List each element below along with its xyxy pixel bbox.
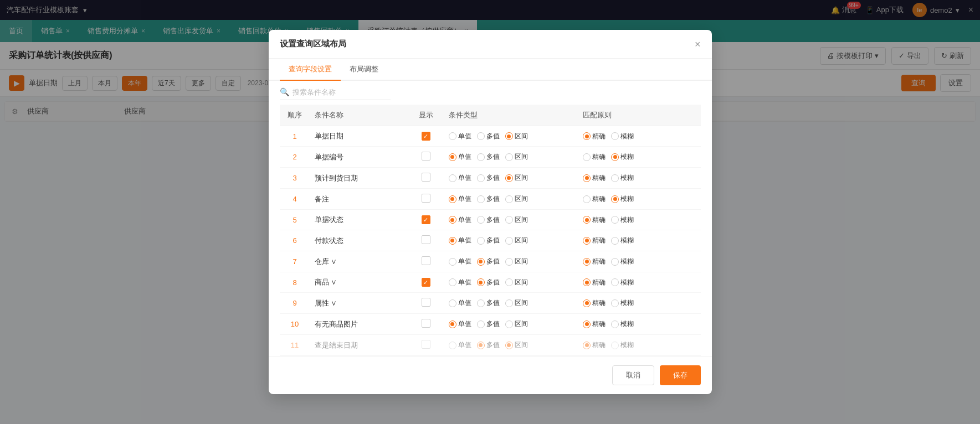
display-checkbox-0[interactable] xyxy=(422,132,430,141)
radio-type_single-3[interactable]: 单值 xyxy=(449,194,471,204)
row-order-4: 5 xyxy=(280,210,310,230)
display-checkbox-8[interactable] xyxy=(422,298,430,307)
radio-type_multi-4[interactable]: 多值 xyxy=(477,215,500,225)
modal-config-table: 顺序 条件名称 显示 条件类型 匹配原则 1单据日期单值多值区间精确模糊2单据编… xyxy=(269,105,712,356)
radio-type_range-1[interactable]: 区间 xyxy=(505,152,528,162)
radio-type_single-7[interactable]: 单值 xyxy=(449,278,471,287)
row-match-4: 精确模糊 xyxy=(578,210,700,230)
row-display-4 xyxy=(408,210,444,230)
radio-type_range-4[interactable]: 区间 xyxy=(505,215,528,225)
radio-type_range-5[interactable]: 区间 xyxy=(505,236,528,245)
config-modal: 设置查询区域布局 × 查询字段设置 布局调整 🔍 顺序 xyxy=(269,30,712,394)
row-type-3: 单值多值区间 xyxy=(444,189,578,210)
radio-match_exact-1[interactable]: 精确 xyxy=(583,152,606,162)
modal-close-button[interactable]: × xyxy=(695,39,701,49)
radio-match_fuzzy-3[interactable]: 模糊 xyxy=(611,194,634,204)
radio-type_range-0[interactable]: 区间 xyxy=(505,132,528,141)
radio-match_exact-8[interactable]: 精确 xyxy=(583,298,606,308)
radio-type_multi-10[interactable]: 多值 xyxy=(477,340,500,350)
radio-type_multi-2[interactable]: 多值 xyxy=(477,173,500,183)
row-match-1: 精确模糊 xyxy=(578,147,700,168)
radio-type_single-2[interactable]: 单值 xyxy=(449,173,471,183)
row-name-2: 预计到货日期 xyxy=(310,168,408,189)
col-name: 条件名称 xyxy=(310,105,408,126)
row-display-8 xyxy=(408,293,444,314)
row-match-6: 精确模糊 xyxy=(578,251,700,272)
radio-type_single-0[interactable]: 单值 xyxy=(449,132,471,141)
radio-type_multi-9[interactable]: 多值 xyxy=(477,319,500,329)
radio-type_range-8[interactable]: 区间 xyxy=(505,298,528,308)
radio-type_single-1[interactable]: 单值 xyxy=(449,152,471,162)
radio-match_exact-3[interactable]: 精确 xyxy=(583,194,606,204)
radio-type_multi-1[interactable]: 多值 xyxy=(477,152,500,162)
radio-match_fuzzy-2[interactable]: 模糊 xyxy=(611,173,634,183)
search-wrap: 🔍 xyxy=(280,87,391,100)
table-head: 顺序 条件名称 显示 条件类型 匹配原则 xyxy=(280,105,701,126)
table-row: 5单据状态单值多值区间精确模糊 xyxy=(280,210,701,230)
row-type-0: 单值多值区间 xyxy=(444,126,578,147)
row-match-2: 精确模糊 xyxy=(578,168,700,189)
radio-type_single-9[interactable]: 单值 xyxy=(449,319,471,329)
radio-match_exact-4[interactable]: 精确 xyxy=(583,215,606,225)
radio-type_range-2[interactable]: 区间 xyxy=(505,173,528,183)
config-tbody: 1单据日期单值多值区间精确模糊2单据编号单值多值区间精确模糊3预计到货日期单值多… xyxy=(280,126,701,356)
config-table: 顺序 条件名称 显示 条件类型 匹配原则 1单据日期单值多值区间精确模糊2单据编… xyxy=(280,105,701,356)
radio-match_exact-9[interactable]: 精确 xyxy=(583,319,606,329)
save-button[interactable]: 保存 xyxy=(660,365,701,385)
display-checkbox-7[interactable] xyxy=(422,278,430,287)
radio-type_single-6[interactable]: 单值 xyxy=(449,257,471,266)
modal-search-area: 🔍 xyxy=(269,81,712,105)
row-match-0: 精确模糊 xyxy=(578,126,700,147)
radio-match_fuzzy-7[interactable]: 模糊 xyxy=(611,278,634,287)
table-row: 9属性 ∨单值多值区间精确模糊 xyxy=(280,293,701,314)
display-checkbox-3[interactable] xyxy=(422,194,430,203)
display-checkbox-2[interactable] xyxy=(422,173,430,182)
radio-match_exact-2[interactable]: 精确 xyxy=(583,173,606,183)
modal-header: 设置查询区域布局 × xyxy=(269,30,712,59)
table-row: 7仓库 ∨单值多值区间精确模糊 xyxy=(280,251,701,272)
radio-type_range-3[interactable]: 区间 xyxy=(505,194,528,204)
radio-type_single-5[interactable]: 单值 xyxy=(449,236,471,245)
radio-type_single-4[interactable]: 单值 xyxy=(449,215,471,225)
radio-match_exact-0[interactable]: 精确 xyxy=(583,132,606,141)
table-row: 10有无商品图片单值多值区间精确模糊 xyxy=(280,314,701,335)
radio-match_fuzzy-1[interactable]: 模糊 xyxy=(611,152,634,162)
row-display-1 xyxy=(408,147,444,168)
radio-type_multi-3[interactable]: 多值 xyxy=(477,194,500,204)
search-input[interactable] xyxy=(293,88,381,96)
row-name-3: 备注 xyxy=(310,189,408,210)
radio-type_multi-6[interactable]: 多值 xyxy=(477,257,500,266)
display-checkbox-9[interactable] xyxy=(422,319,430,328)
display-checkbox-5[interactable] xyxy=(422,235,430,244)
radio-type_multi-7[interactable]: 多值 xyxy=(477,278,500,287)
radio-type_multi-8[interactable]: 多值 xyxy=(477,298,500,308)
radio-match_fuzzy-6[interactable]: 模糊 xyxy=(611,257,634,266)
radio-type_range-6[interactable]: 区间 xyxy=(505,257,528,266)
radio-match_fuzzy-4[interactable]: 模糊 xyxy=(611,215,634,225)
display-checkbox-4[interactable] xyxy=(422,215,430,224)
tab-layout-adjust[interactable]: 布局调整 xyxy=(341,59,387,81)
radio-match_fuzzy-8[interactable]: 模糊 xyxy=(611,298,634,308)
radio-type_multi-5[interactable]: 多值 xyxy=(477,236,500,245)
radio-type_range-7[interactable]: 区间 xyxy=(505,278,528,287)
radio-match_exact-5[interactable]: 精确 xyxy=(583,236,606,245)
radio-type_range-10[interactable]: 区间 xyxy=(505,340,528,350)
radio-match_fuzzy-9[interactable]: 模糊 xyxy=(611,319,634,329)
cancel-button[interactable]: 取消 xyxy=(612,365,654,385)
radio-type_multi-0[interactable]: 多值 xyxy=(477,132,500,141)
radio-type_single-10[interactable]: 单值 xyxy=(449,340,471,350)
radio-match_fuzzy-0[interactable]: 模糊 xyxy=(611,132,634,141)
radio-match_exact-7[interactable]: 精确 xyxy=(583,278,606,287)
radio-match_fuzzy-5[interactable]: 模糊 xyxy=(611,236,634,245)
radio-match_fuzzy-10[interactable]: 模糊 xyxy=(611,340,634,350)
display-checkbox-1[interactable] xyxy=(422,152,430,161)
tab-query-fields[interactable]: 查询字段设置 xyxy=(280,59,341,81)
display-checkbox-6[interactable] xyxy=(422,256,430,265)
row-name-7: 商品 ∨ xyxy=(310,272,408,293)
radio-type_range-9[interactable]: 区间 xyxy=(505,319,528,329)
radio-match_exact-6[interactable]: 精确 xyxy=(583,257,606,266)
radio-type_single-8[interactable]: 单值 xyxy=(449,298,471,308)
radio-match_exact-10[interactable]: 精确 xyxy=(583,340,606,350)
display-checkbox-10[interactable] xyxy=(422,340,430,349)
table-row: 2单据编号单值多值区间精确模糊 xyxy=(280,147,701,168)
